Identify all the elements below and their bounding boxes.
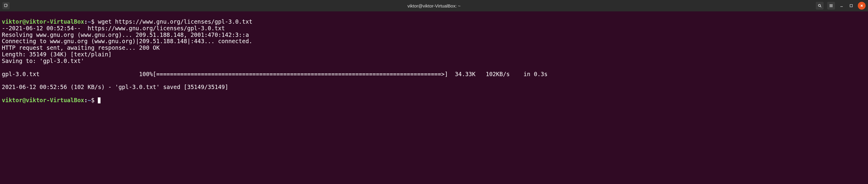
command-text: wget https://www.gnu.org/licenses/gpl-3.…	[98, 18, 252, 25]
prompt-colon: :	[84, 18, 88, 25]
progress-bar: [=======================================…	[153, 71, 448, 77]
output-line: HTTP request sent, awaiting response... …	[2, 44, 160, 51]
minimize-button[interactable]	[839, 3, 845, 9]
progress-percent: 100%	[139, 71, 153, 77]
close-button[interactable]	[858, 2, 866, 10]
search-button[interactable]	[816, 2, 824, 10]
new-tab-icon[interactable]	[2, 2, 9, 9]
output-line: --2021-06-12 00:52:54-- https://www.gnu.…	[2, 25, 225, 32]
prompt-path: ~	[88, 97, 91, 103]
output-line: Resolving www.gnu.org (www.gnu.org)... 2…	[2, 32, 249, 38]
output-line: Connecting to www.gnu.org (www.gnu.org)|…	[2, 38, 252, 44]
prompt-symbol: $	[91, 18, 94, 25]
cursor	[98, 98, 100, 103]
svg-rect-0	[4, 4, 7, 7]
svg-rect-9	[850, 4, 852, 7]
maximize-button[interactable]	[848, 3, 854, 9]
output-line: 2021-06-12 00:52:56 (102 KB/s) - 'gpl-3.…	[2, 84, 228, 90]
progress-size: 34.33K	[455, 71, 475, 77]
window-title: viktor@viktor-VirtualBox: ~	[407, 3, 461, 8]
svg-line-4	[820, 6, 822, 7]
prompt-user-host: viktor@viktor-VirtualBox	[2, 18, 84, 25]
output-line: Length: 35149 (34K) [text/plain]	[2, 51, 112, 58]
prompt-symbol: $	[91, 97, 94, 103]
prompt-colon: :	[84, 97, 88, 103]
prompt-user-host: viktor@viktor-VirtualBox	[2, 97, 84, 103]
hamburger-menu-button[interactable]	[827, 2, 835, 10]
output-line: Saving to: 'gpl-3.0.txt'	[2, 58, 84, 64]
titlebar: viktor@viktor-VirtualBox: ~	[0, 0, 868, 11]
terminal-output[interactable]: viktor@viktor-VirtualBox:~$ wget https:/…	[0, 11, 868, 104]
progress-speed: 102KB/s	[486, 71, 510, 77]
prompt-path: ~	[88, 18, 91, 25]
progress-file: gpl-3.0.txt	[2, 71, 40, 77]
svg-point-3	[818, 4, 820, 7]
progress-time: in 0.3s	[524, 71, 548, 77]
